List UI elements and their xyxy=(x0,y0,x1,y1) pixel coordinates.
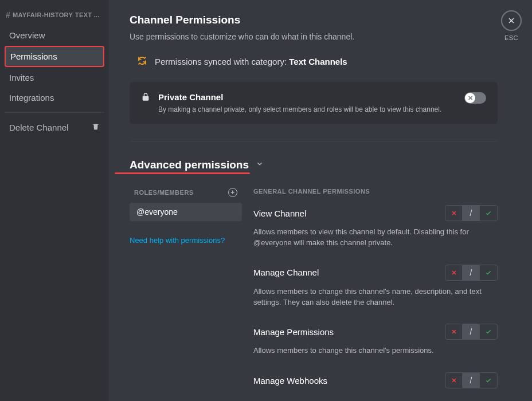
perm-deny-button[interactable] xyxy=(445,373,463,388)
sync-prefix: Permissions synced with category: xyxy=(155,57,289,66)
permission-tri-toggle: / xyxy=(445,372,498,388)
role-item-everyone[interactable]: @everyone xyxy=(130,203,242,221)
permission-row: Manage Channel / Allows members to chang… xyxy=(253,265,498,308)
permission-description: Allows members to change this channel's … xyxy=(253,345,498,356)
sidebar-divider xyxy=(5,112,104,113)
chevron-down-icon xyxy=(256,160,264,170)
sidebar-item-delete[interactable]: Delete Channel xyxy=(5,118,104,137)
perm-neutral-button[interactable]: / xyxy=(463,265,480,280)
roles-header-label: ROLES/MEMBERS xyxy=(134,189,194,196)
sync-text: Permissions synced with category: Text C… xyxy=(155,57,347,66)
advanced-header[interactable]: Advanced permissions xyxy=(130,159,498,171)
permission-description: Allows members to change this channel's … xyxy=(253,286,498,308)
permission-title: View Channel xyxy=(253,209,306,218)
permission-title: Manage Permissions xyxy=(253,327,334,337)
page-description: Use permissions to customize who can do … xyxy=(130,32,498,41)
sync-row: Permissions synced with category: Text C… xyxy=(138,56,498,67)
private-desc: By making a channel private, only select… xyxy=(158,105,456,113)
private-title: Private Channel xyxy=(158,92,456,102)
sidebar-item-permissions[interactable]: Permissions xyxy=(5,46,104,67)
permission-row: Manage Permissions / Allows members to c… xyxy=(253,324,498,356)
lock-icon xyxy=(141,92,150,104)
sidebar-item-label: Integrations xyxy=(9,93,54,103)
permission-title: Manage Channel xyxy=(253,268,319,277)
hash-icon: # xyxy=(6,10,10,19)
sidebar-item-integrations[interactable]: Integrations xyxy=(5,88,104,107)
permission-tri-toggle: / xyxy=(445,265,498,281)
channel-type: TEXT ... xyxy=(75,11,100,18)
channel-name: MAYFAIR-HISTORY xyxy=(13,11,73,18)
esc-label: ESC xyxy=(501,34,522,41)
perm-neutral-button[interactable]: / xyxy=(463,324,480,339)
sidebar-item-label: Delete Channel xyxy=(9,123,68,132)
advanced-body: ROLES/MEMBERS + @everyone Need help with… xyxy=(130,186,498,401)
permission-tri-toggle: / xyxy=(445,205,498,221)
sidebar-item-label: Invites xyxy=(9,73,34,82)
channel-header: # MAYFAIR-HISTORY TEXT ... xyxy=(5,10,104,25)
sync-category: Text Channels xyxy=(289,57,347,66)
private-toggle[interactable]: ✕ xyxy=(464,92,486,104)
trash-icon xyxy=(92,123,100,132)
highlight-underline xyxy=(115,172,250,174)
perm-allow-button[interactable] xyxy=(480,373,497,388)
close-button[interactable] xyxy=(501,10,522,31)
permission-row: View Channel / Allows members to view th… xyxy=(253,205,498,249)
roles-column: ROLES/MEMBERS + @everyone Need help with… xyxy=(130,186,242,401)
perm-deny-button[interactable] xyxy=(445,206,463,221)
permission-tri-toggle: / xyxy=(445,324,498,340)
card-body: Private Channel By making a channel priv… xyxy=(158,92,456,113)
help-link[interactable]: Need help with permissions? xyxy=(130,236,242,245)
sidebar-item-label: Overview xyxy=(9,30,45,40)
perm-deny-button[interactable] xyxy=(445,324,463,339)
permission-title: Manage Webhooks xyxy=(253,376,327,386)
advanced-title: Advanced permissions xyxy=(130,159,249,171)
section-divider xyxy=(130,141,498,141)
permission-row: Manage Webhooks / xyxy=(253,372,498,388)
private-channel-card: Private Channel By making a channel priv… xyxy=(130,82,498,124)
sidebar-item-label: Permissions xyxy=(10,52,57,61)
main-panel: ESC Channel Permissions Use permissions … xyxy=(109,0,532,401)
add-role-button[interactable]: + xyxy=(228,188,237,197)
perm-allow-button[interactable] xyxy=(480,265,497,280)
perm-allow-button[interactable] xyxy=(480,206,497,221)
roles-header: ROLES/MEMBERS + xyxy=(134,188,237,197)
sidebar-item-overview[interactable]: Overview xyxy=(5,26,104,45)
sync-icon xyxy=(138,56,147,67)
perm-neutral-button[interactable]: / xyxy=(463,206,480,221)
perm-neutral-button[interactable]: / xyxy=(463,373,480,388)
close-wrap: ESC xyxy=(501,10,522,41)
permission-category: GENERAL CHANNEL PERMISSIONS xyxy=(253,188,498,195)
permissions-column: GENERAL CHANNEL PERMISSIONS View Channel… xyxy=(253,186,498,401)
permission-description: Allows members to view this channel by d… xyxy=(253,227,498,249)
perm-allow-button[interactable] xyxy=(480,324,497,339)
toggle-off-icon: ✕ xyxy=(465,93,475,103)
role-label: @everyone xyxy=(136,207,178,217)
perm-deny-button[interactable] xyxy=(445,265,463,280)
page-title: Channel Permissions xyxy=(130,14,498,26)
settings-sidebar: # MAYFAIR-HISTORY TEXT ... Overview Perm… xyxy=(0,0,109,401)
sidebar-item-invites[interactable]: Invites xyxy=(5,68,104,87)
